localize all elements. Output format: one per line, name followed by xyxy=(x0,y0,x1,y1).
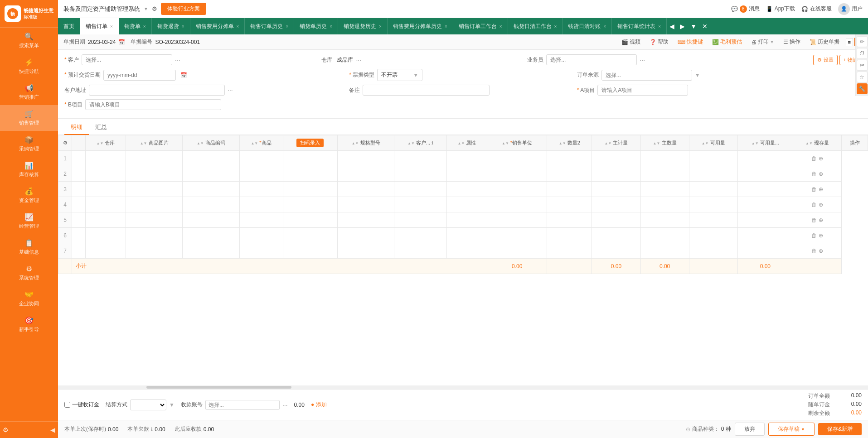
row-2-qty2[interactable] xyxy=(487,166,547,182)
tab-order-history[interactable]: 销售订单历史 × xyxy=(245,18,294,34)
layout-list-btn[interactable]: ≡ xyxy=(846,38,853,46)
profit-action-btn[interactable]: 💹 毛利预估 xyxy=(709,37,745,47)
row-5-customer-code[interactable] xyxy=(338,212,394,228)
row-4-image[interactable] xyxy=(86,197,126,212)
tab-fee-split[interactable]: 销售费用分摊单 × xyxy=(190,18,245,34)
panel-btn-4[interactable]: ☆ xyxy=(857,72,868,82)
industry-btn[interactable]: 体验行业方案 xyxy=(161,3,206,15)
row-7-qty2[interactable] xyxy=(487,243,547,259)
sidebar-item-finance[interactable]: 💰 资金管理 xyxy=(0,183,58,208)
scroll-thumb[interactable] xyxy=(146,386,291,389)
row-1-unit[interactable] xyxy=(447,151,487,166)
row-2-unit[interactable] xyxy=(447,166,487,182)
online-support[interactable]: 🎧 在线客服 xyxy=(801,5,832,13)
delivery-date-input[interactable] xyxy=(103,70,176,81)
row-2-spec[interactable] xyxy=(283,166,337,182)
history-action-btn[interactable]: 📜 历史单据 xyxy=(807,37,842,47)
row-6-delete-btn[interactable]: 🗑 xyxy=(811,232,817,239)
row-3-customer-code[interactable] xyxy=(338,182,394,197)
row-7-delete-btn[interactable]: 🗑 xyxy=(811,248,817,254)
tab-close-sales-order[interactable]: × xyxy=(110,24,113,29)
row-1-main-qty[interactable] xyxy=(592,151,640,166)
warehouse-more-btn[interactable]: ··· xyxy=(356,56,361,63)
account-more-btn[interactable]: ··· xyxy=(282,401,288,409)
row-1-delete-btn[interactable]: 🗑 xyxy=(811,155,817,162)
view-action-btn[interactable]: 🎬 视频 xyxy=(619,37,643,47)
row-7-copy-btn[interactable]: ⊕ xyxy=(819,248,823,254)
a-project-input[interactable] xyxy=(597,85,688,96)
sidebar-item-marketing[interactable]: 📢 营销推广 xyxy=(0,79,58,105)
row-7-main-qty[interactable] xyxy=(592,243,640,259)
one-click-checkbox[interactable] xyxy=(64,402,70,408)
tab-close-sales-goods[interactable]: × xyxy=(143,24,146,29)
row-2-main-qty[interactable] xyxy=(592,166,640,182)
row-1-qty2[interactable] xyxy=(487,151,547,166)
row-6-name[interactable] xyxy=(183,228,239,243)
row-1-name[interactable] xyxy=(183,151,239,166)
row-4-qty2[interactable] xyxy=(487,197,547,212)
sidebar-item-quicknav[interactable]: ⚡ 快捷导航 xyxy=(0,53,58,79)
row-6-image[interactable] xyxy=(86,228,126,243)
row-4-spec[interactable] xyxy=(283,197,337,212)
add-payment-btn[interactable]: ● 添加 xyxy=(311,401,327,409)
row-4-main-qty[interactable] xyxy=(592,197,640,212)
tab-fee-history[interactable]: 销售费用分摊单历史 × xyxy=(388,18,453,34)
address-more-btn[interactable]: ··· xyxy=(228,87,233,94)
sidebar-item-basics[interactable]: 📋 基础信息 xyxy=(0,234,58,260)
row-1-spec[interactable] xyxy=(283,151,337,166)
row-2-customer-code[interactable] xyxy=(338,166,394,182)
row-1-copy-btn[interactable]: ⊕ xyxy=(819,155,823,162)
tab-goods-history[interactable]: 销货单历史 × xyxy=(294,18,338,34)
row-7-name[interactable] xyxy=(183,243,239,259)
b-project-input[interactable] xyxy=(85,99,221,110)
row-3-name[interactable] xyxy=(183,182,239,197)
row-2-copy-btn[interactable]: ⊕ xyxy=(819,171,823,177)
row-3-delete-btn[interactable]: 🗑 xyxy=(811,186,817,193)
row-2-delete-btn[interactable]: 🗑 xyxy=(811,171,817,177)
panel-btn-3[interactable]: ✂ xyxy=(857,60,868,71)
tab-daily-workbench[interactable]: 钱货日清工作台 × xyxy=(508,18,563,34)
row-4-copy-btn[interactable]: ⊕ xyxy=(819,202,823,208)
row-3-main-qty[interactable] xyxy=(592,182,640,197)
sidebar-item-purchase[interactable]: 📦 采购管理 xyxy=(0,131,58,157)
row-7-unit[interactable] xyxy=(447,243,487,259)
help-action-btn[interactable]: ❓ 帮助 xyxy=(647,37,671,47)
operation-action-btn[interactable]: ☰ 操作 xyxy=(781,37,803,47)
row-3-spec[interactable] xyxy=(283,182,337,197)
tab-close-stats[interactable]: × xyxy=(658,24,661,29)
tab-close-sales-return[interactable]: × xyxy=(182,24,184,29)
row-3-copy-btn[interactable]: ⊕ xyxy=(819,186,823,193)
row-4-code[interactable] xyxy=(126,197,182,212)
row-6-customer-code[interactable] xyxy=(338,228,394,243)
row-7-customer-code[interactable] xyxy=(338,243,394,259)
row-7-property[interactable] xyxy=(394,243,447,259)
delivery-calendar-icon[interactable]: 📅 xyxy=(180,72,187,78)
tab-close-all-btn[interactable]: ✕ xyxy=(699,18,710,34)
payment-method-select[interactable] xyxy=(130,399,166,410)
notification-area[interactable]: 💬 8 消息 xyxy=(731,5,760,13)
sidebar-item-inventory[interactable]: 📊 库存核算 xyxy=(0,157,58,183)
row-5-unit[interactable] xyxy=(447,212,487,228)
customer-input[interactable] xyxy=(82,54,172,65)
sidebar-item-guide[interactable]: 🎯 新手引导 xyxy=(0,312,58,337)
row-2-image[interactable] xyxy=(86,166,126,182)
save-draft-btn[interactable]: 保存草稿 ▼ xyxy=(768,423,815,436)
row-5-main-qty[interactable] xyxy=(592,212,640,228)
row-6-warehouse[interactable] xyxy=(72,228,86,243)
row-7-code[interactable] xyxy=(126,243,182,259)
sidebar-item-management[interactable]: 📈 经营管理 xyxy=(0,208,58,234)
panel-btn-5[interactable]: 🔧 xyxy=(857,83,868,94)
tab-order-workbench[interactable]: 销售订单工作台 × xyxy=(453,18,508,34)
shortcut-action-btn[interactable]: ⌨ 快捷键 xyxy=(675,37,706,47)
tab-return-history[interactable]: 销货退货历史 × xyxy=(338,18,388,34)
note-input[interactable] xyxy=(363,85,490,96)
row-5-delete-btn[interactable]: 🗑 xyxy=(811,217,817,223)
tab-home[interactable]: 首页 xyxy=(58,18,80,34)
row-4-unit[interactable] xyxy=(447,197,487,212)
tab-sales-goods[interactable]: 销货单 × xyxy=(119,18,152,34)
row-7-warehouse[interactable] xyxy=(72,243,86,259)
order-source-input[interactable] xyxy=(601,70,692,81)
invoice-select[interactable]: 不开票 ▼ xyxy=(377,69,422,81)
row-2-code[interactable] xyxy=(126,166,182,182)
tab-close-daily-workbench[interactable]: × xyxy=(554,24,557,29)
